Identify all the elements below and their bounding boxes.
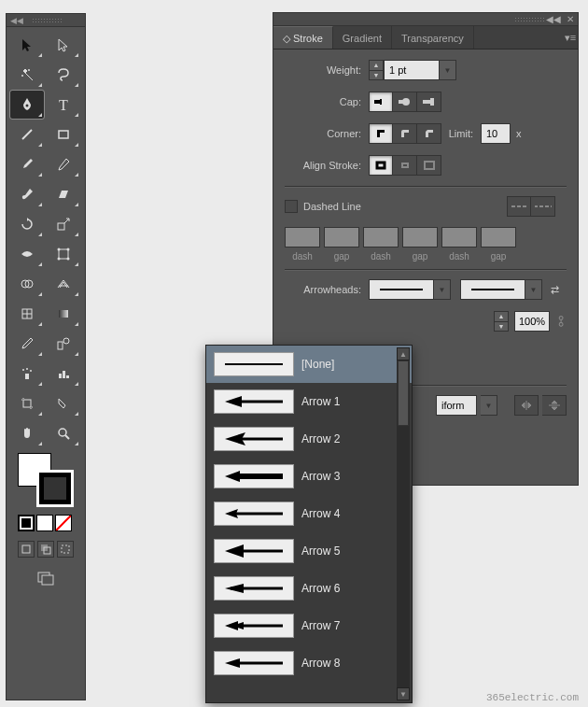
dropdown-scrollbar[interactable]: ▲ ▼: [397, 347, 410, 700]
arrowhead-option[interactable]: Arrow 5: [206, 532, 412, 570]
draw-behind-button[interactable]: [37, 541, 54, 558]
column-graph-tool[interactable]: [47, 360, 80, 388]
swap-arrowheads-button[interactable]: ⇄: [551, 284, 559, 296]
shape-builder-tool[interactable]: [10, 270, 44, 298]
perspective-grid-tool[interactable]: [47, 270, 80, 298]
arrow-preview-icon: [214, 614, 294, 638]
dash-field-2[interactable]: [363, 227, 399, 247]
align-dashes-button[interactable]: [531, 196, 555, 217]
line-segment-tool[interactable]: [10, 120, 44, 148]
arrowhead-option[interactable]: [None]: [206, 346, 412, 383]
dash-field-1[interactable]: [285, 227, 320, 247]
flip-across-button[interactable]: [542, 395, 567, 416]
arrowhead-end-select[interactable]: [460, 279, 525, 300]
align-inside-button[interactable]: [393, 155, 417, 176]
width-tool[interactable]: [10, 240, 44, 268]
corner-round-button[interactable]: [393, 123, 417, 144]
dashed-line-checkbox[interactable]: [285, 200, 298, 213]
collapse-icon[interactable]: ◀◀: [10, 16, 23, 25]
fill-stroke-swatches[interactable]: [10, 453, 81, 509]
color-chip[interactable]: [18, 515, 35, 531]
arrowhead-option[interactable]: Arrow 4: [206, 495, 412, 532]
slice-tool[interactable]: [47, 389, 80, 417]
draw-inside-button[interactable]: [57, 541, 74, 558]
zoom-tool[interactable]: [47, 419, 80, 447]
arrowhead-end-dropdown[interactable]: ▼: [525, 279, 542, 300]
tab-gradient[interactable]: Gradient: [333, 26, 392, 49]
limit-field[interactable]: 10: [481, 123, 511, 144]
gradient-tool[interactable]: [47, 300, 80, 328]
weight-dropdown-button[interactable]: ▼: [440, 60, 456, 80]
corner-bevel-button[interactable]: [417, 123, 441, 144]
link-scale-icon[interactable]: ⚯: [553, 316, 568, 327]
mesh-tool[interactable]: [10, 300, 44, 328]
arrowhead-option[interactable]: Arrow 1: [206, 383, 412, 420]
blob-brush-tool[interactable]: [10, 180, 44, 208]
weight-input[interactable]: ▲▼ 1 pt ▼: [369, 60, 456, 80]
scroll-thumb[interactable]: [398, 361, 409, 426]
arrowhead-option[interactable]: Arrow 7: [206, 607, 412, 644]
drag-grip-icon[interactable]: [514, 17, 546, 21]
scale-tool[interactable]: [47, 210, 80, 238]
panel-titlebar[interactable]: ◀◀ ✕: [273, 13, 578, 26]
profile-select[interactable]: iform: [436, 395, 477, 416]
align-outside-button[interactable]: [417, 155, 441, 176]
blend-tool[interactable]: [47, 330, 80, 358]
lasso-tool[interactable]: [47, 61, 80, 89]
arrowhead-start-dropdown[interactable]: ▼: [434, 279, 451, 300]
cap-butt-button[interactable]: [369, 92, 393, 112]
eyedropper-tool[interactable]: [10, 330, 44, 358]
rotate-tool[interactable]: [10, 210, 44, 238]
scale-field[interactable]: 100%: [514, 311, 550, 332]
screen-mode-button[interactable]: [10, 563, 81, 593]
panel-menu-icon[interactable]: ▾≡: [563, 26, 578, 49]
pencil-tool[interactable]: [47, 150, 80, 178]
gradient-chip[interactable]: [36, 515, 53, 531]
eraser-tool[interactable]: [47, 180, 80, 208]
free-transform-tool[interactable]: [47, 240, 80, 268]
cap-round-button[interactable]: [393, 92, 417, 112]
type-tool[interactable]: T: [47, 91, 80, 119]
arrowhead-dropdown-list: [None]Arrow 1Arrow 2Arrow 3Arrow 4Arrow …: [205, 345, 413, 703]
cap-projecting-button[interactable]: [417, 92, 441, 112]
svg-rect-5: [59, 131, 68, 138]
collapse-icon[interactable]: ◀◀: [546, 14, 561, 24]
pen-tool[interactable]: [10, 91, 44, 119]
tab-transparency[interactable]: Transparency: [392, 26, 474, 49]
arrowhead-start-select[interactable]: [369, 279, 434, 300]
rectangle-tool[interactable]: [47, 120, 80, 148]
none-chip[interactable]: [55, 515, 72, 531]
flip-along-button[interactable]: [514, 395, 539, 416]
corner-miter-button[interactable]: [369, 123, 393, 144]
hand-tool[interactable]: [10, 419, 44, 447]
arrowhead-option[interactable]: Arrow 6: [206, 570, 412, 607]
selection-tool[interactable]: [10, 31, 44, 59]
weight-field[interactable]: 1 pt: [384, 60, 440, 80]
scroll-up-button[interactable]: ▲: [397, 347, 410, 361]
toolbox-header[interactable]: ◀◀: [7, 14, 85, 27]
paintbrush-tool[interactable]: [10, 150, 44, 178]
profile-dropdown[interactable]: ▼: [481, 395, 497, 416]
stroke-swatch[interactable]: [36, 470, 74, 507]
scale-spinner[interactable]: ▲▼: [494, 311, 509, 332]
magic-wand-tool[interactable]: [10, 61, 44, 89]
drag-grip-icon[interactable]: [32, 18, 63, 22]
arrowhead-option[interactable]: Arrow 8: [206, 644, 412, 682]
gap-field-2[interactable]: [402, 227, 438, 247]
svg-rect-40: [374, 100, 380, 104]
dash-field-3[interactable]: [441, 227, 477, 247]
arrowhead-option[interactable]: Arrow 2: [206, 420, 412, 458]
gap-field-1[interactable]: [324, 227, 359, 247]
weight-spinner[interactable]: ▲▼: [369, 60, 384, 80]
scroll-down-button[interactable]: ▼: [397, 687, 410, 700]
align-center-button[interactable]: [369, 155, 393, 176]
preserve-dashes-button[interactable]: [507, 196, 531, 217]
symbol-sprayer-tool[interactable]: [10, 360, 44, 388]
direct-selection-tool[interactable]: [47, 31, 80, 59]
artboard-tool[interactable]: [10, 389, 44, 417]
tab-stroke[interactable]: ◇Stroke: [273, 26, 333, 49]
arrowhead-option[interactable]: Arrow 3: [206, 458, 412, 495]
draw-normal-button[interactable]: [18, 541, 35, 558]
close-icon[interactable]: ✕: [567, 14, 574, 24]
gap-field-3[interactable]: [481, 227, 516, 247]
